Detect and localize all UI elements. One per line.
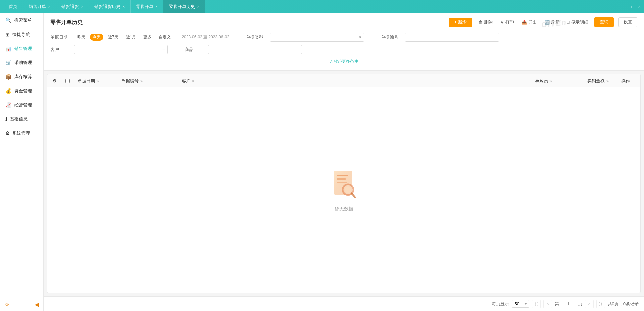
product-label: 商品	[185, 47, 201, 53]
tab-close-零售开单[interactable]: ×	[155, 4, 158, 9]
date-option-自定义[interactable]: 自定义	[156, 34, 174, 41]
table-header: ⚙ 单据日期⇅ 单据编号⇅ 客户⇅ 导购员⇅ 实销金额⇅	[47, 74, 640, 87]
close-btn[interactable]: ×	[638, 4, 641, 9]
tab-close-销售订单[interactable]: ×	[48, 4, 50, 9]
sidebar-item-6[interactable]: 📈经营管理	[0, 98, 43, 112]
top-bar: 首页销售订单 ×销货退货 ×销货退货历史 ×零售开单 ×零售开单历史 × — □…	[0, 0, 644, 13]
svg-rect-1	[337, 175, 348, 176]
product-input[interactable]	[208, 45, 302, 54]
th-settings[interactable]: ⚙	[49, 78, 61, 83]
tab-close-零售开单历史[interactable]: ×	[197, 4, 199, 9]
th-checkbox[interactable]	[61, 79, 74, 83]
sidebar-icon-4: 📦	[5, 74, 12, 80]
sidebar-label-8: 系统管理	[12, 130, 30, 136]
sidebar-icon-5: 💰	[5, 88, 12, 94]
number-label: 单据编号	[381, 34, 398, 40]
date-options: 昨天今天近7天近1月更多自定义	[75, 34, 174, 41]
sidebar-icon-2: 📊	[5, 46, 12, 52]
sidebar-icon-1: ⊞	[5, 32, 10, 38]
filter-area: 单据日期 昨天今天近7天近1月更多自定义 2023-06-02 至 2023-0…	[44, 28, 644, 71]
sidebar-item-4[interactable]: 📦库存核算	[0, 70, 43, 84]
sidebar-settings-icon[interactable]: ⚙	[5, 301, 9, 308]
sidebar-icon-8: ⚙	[5, 130, 10, 136]
customer-input-wrap: ···	[74, 45, 168, 54]
sidebar-icon-3: 🛒	[5, 60, 12, 66]
page-suffix: 页	[578, 301, 582, 307]
svg-rect-2	[337, 178, 346, 180]
content-area: 零售开单历史 + 新增 🗑 删除 🖨 打印 📤 导出 🔄 刷新 □ 显示明细 查…	[44, 13, 644, 311]
collapse-bar[interactable]: ∧ 收起更多条件	[50, 57, 637, 66]
sidebar-footer: ⚙ ◀	[0, 298, 43, 311]
maximize-btn[interactable]: □	[632, 4, 634, 9]
tab-零售开单历史[interactable]: 零售开单历史 ×	[163, 0, 205, 13]
pagination: 每页显示 50 100 ⟨⟨ ＜ 第 1 页 ＞ ⟩⟩ 共0页，0条记录	[44, 296, 644, 311]
sidebar-label-3: 采购管理	[14, 60, 32, 66]
date-option-更多[interactable]: 更多	[141, 34, 154, 41]
tab-首页[interactable]: 首页	[3, 0, 23, 13]
sidebar-label-1: 快捷导航	[12, 32, 30, 38]
page-label: 第	[555, 301, 559, 307]
sidebar-label-5: 资金管理	[14, 88, 32, 94]
sidebar-item-5[interactable]: 💰资金管理	[0, 84, 43, 98]
sidebar-icon-6: 📈	[5, 102, 12, 108]
customer-label: 客户	[50, 47, 67, 53]
tab-销货退货历史[interactable]: 销货退货历史 ×	[89, 0, 131, 13]
tab-销货退货[interactable]: 销货退货 ×	[56, 0, 89, 13]
sidebar-label-6: 经营管理	[14, 102, 32, 108]
next-page-btn[interactable]: ＞	[585, 300, 594, 308]
page-input[interactable]: 1	[562, 300, 575, 308]
per-page-label: 每页显示	[492, 301, 509, 307]
sidebar-item-7[interactable]: ℹ基础信息	[0, 112, 43, 126]
customer-dots[interactable]: ···	[162, 48, 165, 52]
tab-close-销货退货[interactable]: ×	[81, 4, 83, 9]
th-actions: 操作	[612, 78, 639, 84]
type-label: 单据类型	[246, 34, 263, 40]
query-button[interactable]: 查询	[594, 17, 614, 27]
settings-button[interactable]: 设置	[618, 17, 637, 27]
sidebar-icon-7: ℹ	[5, 116, 7, 122]
minimize-btn[interactable]: —	[623, 4, 628, 9]
add-button[interactable]: + 新增	[449, 18, 472, 27]
sidebar-item-1[interactable]: ⊞快捷导航	[0, 28, 43, 42]
sidebar-item-0[interactable]: 🔍搜索菜单	[0, 13, 43, 28]
number-input[interactable]	[405, 33, 499, 42]
main-layout: 🔍搜索菜单⊞快捷导航📊销售管理🛒采购管理📦库存核算💰资金管理📈经营管理ℹ基础信息…	[0, 13, 644, 311]
export-button[interactable]: 📤 导出	[520, 19, 538, 25]
type-select[interactable]	[270, 33, 364, 42]
tab-销售订单[interactable]: 销售订单 ×	[23, 0, 56, 13]
delete-button[interactable]: 🗑 删除	[477, 19, 494, 25]
sidebar-item-8[interactable]: ⚙系统管理	[0, 126, 43, 140]
customer-input[interactable]	[74, 45, 168, 54]
tab-close-销货退货历史[interactable]: ×	[122, 4, 125, 9]
svg-line-6	[352, 193, 355, 197]
date-option-近7天[interactable]: 近7天	[105, 34, 121, 41]
th-date[interactable]: 单据日期⇅	[74, 78, 118, 84]
th-number[interactable]: 单据编号⇅	[118, 78, 178, 84]
display-detail-button[interactable]: □ 显示明细	[566, 19, 590, 25]
window-controls: — □ ×	[623, 4, 641, 9]
date-option-近1月[interactable]: 近1月	[123, 34, 139, 41]
svg-rect-3	[337, 182, 347, 183]
print-button[interactable]: 🖨 打印	[499, 19, 516, 25]
sidebar-nav: 🔍搜索菜单⊞快捷导航📊销售管理🛒采购管理📦库存核算💰资金管理📈经营管理ℹ基础信息…	[0, 13, 43, 298]
select-all-checkbox[interactable]	[65, 79, 70, 83]
date-option-昨天[interactable]: 昨天	[75, 34, 88, 41]
th-guide[interactable]: 导购员⇅	[532, 78, 572, 84]
product-dots[interactable]: ···	[296, 48, 299, 52]
sidebar-label-0: 搜索菜单	[14, 17, 32, 23]
refresh-button[interactable]: 🔄 刷新	[543, 19, 561, 25]
first-page-btn[interactable]: ⟨⟨	[532, 300, 541, 308]
prev-page-btn[interactable]: ＜	[543, 300, 552, 308]
sidebar-item-2[interactable]: 📊销售管理	[0, 42, 43, 56]
per-page-select[interactable]: 50 100	[512, 300, 529, 308]
tab-零售开单[interactable]: 零售开单 ×	[131, 0, 163, 13]
sidebar-item-3[interactable]: 🛒采购管理	[0, 56, 43, 70]
sidebar-label-4: 库存核算	[14, 74, 32, 80]
date-option-今天[interactable]: 今天	[90, 34, 103, 41]
sidebar-collapse-icon[interactable]: ◀	[35, 301, 39, 308]
th-customer[interactable]: 客户⇅	[178, 78, 532, 84]
date-range-text: 2023-06-02 至 2023-06-02	[182, 34, 229, 40]
last-page-btn[interactable]: ⟩⟩	[596, 300, 605, 308]
th-amount[interactable]: 实销金额⇅	[572, 78, 612, 84]
product-input-wrap: ···	[208, 45, 302, 54]
